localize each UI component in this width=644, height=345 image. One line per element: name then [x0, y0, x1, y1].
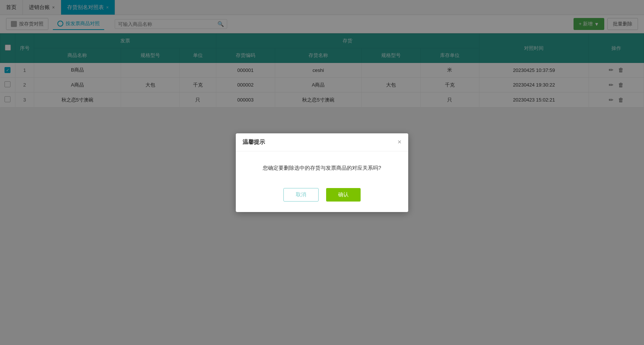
dialog-overlay: 温馨提示 × 您确定要删除选中的存货与发票商品的对应关系吗? 取消 确认: [0, 0, 644, 108]
